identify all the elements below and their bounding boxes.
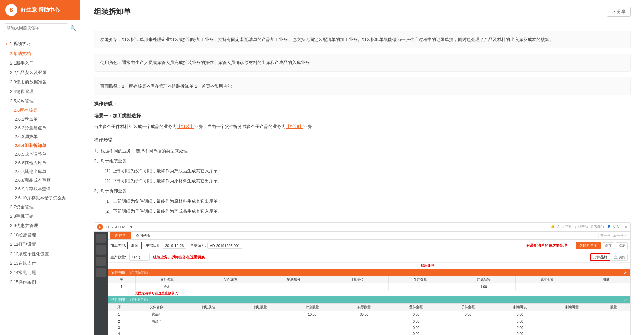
sidebar-item-finance[interactable]: 2.7资金管理 xyxy=(0,202,80,212)
sidebar-item-coupon[interactable]: 2.9优惠券管理 xyxy=(0,221,80,230)
mock-lower-label: 子件明细 xyxy=(111,297,126,302)
mock-apply-btn[interactable]: 立 实施 xyxy=(612,254,628,261)
sidebar-item-partial-stocktake[interactable]: 2.6.2分量盘点单 xyxy=(0,124,80,132)
sidebar-item-cases[interactable]: 2.15操作案例 xyxy=(0,277,80,287)
sidebar-item-ledger-query[interactable]: 2.6.9库存账本查询 xyxy=(0,185,80,193)
search-icon[interactable]: 🔍 xyxy=(70,25,76,31)
sidebar-item-customize[interactable]: 2.12系统个性化设置 xyxy=(0,249,80,259)
mock-ltd-ccost1: 0.00 xyxy=(442,311,494,318)
mock-select-bom-btn[interactable]: 选择料单▼ xyxy=(576,242,601,249)
annotation-switch: 组装业务、拆卸业务在这里切换 xyxy=(153,255,205,260)
sidebar-item-cost-recalc[interactable]: 2.6.8商品成本重算 xyxy=(0,176,80,185)
sidebar-item-other-out[interactable]: 2.6.7其他出库单 xyxy=(0,167,80,176)
sidebar-item-purchase[interactable]: 2.5采购管理 xyxy=(0,96,80,106)
mock-tab-list[interactable]: 查询列表 xyxy=(131,232,155,239)
mock-ltd-plan2 xyxy=(286,318,338,325)
operation-steps-title: 操作步骤： xyxy=(94,101,631,107)
sidebar-item-newcomer[interactable]: 2.1新手入门 xyxy=(0,59,80,68)
mock-expand-icon[interactable]: ⤢ xyxy=(624,270,627,275)
mock-ltd-rem14: 0.00 xyxy=(494,331,546,335)
sidebar-item-cost-adj[interactable]: 2.6.5成本调整单 xyxy=(0,150,80,159)
disassemble-link[interactable]: 【拆卸】 xyxy=(286,124,303,129)
mock-ltd-name3 xyxy=(130,325,182,331)
sidebar-item-data-prep[interactable]: 2.3使用前数据准备 xyxy=(0,77,80,87)
mock-cancel-btn[interactable]: 取消 xyxy=(616,242,628,249)
sidebar-item-assembly[interactable]: 2.6.4组装拆卸单 xyxy=(0,141,80,150)
table-row: 3 0.00 0.00 xyxy=(108,325,630,331)
mock-enable-input[interactable]: 指件品牌 xyxy=(590,253,610,261)
minus-icon: – xyxy=(5,51,8,56)
mock-upper-table-section: 父件明细 （产成品信息） ⤢ 序 父件名称 父件编码 xyxy=(108,269,630,290)
mock-enable-area: 指件品牌 立 实施 xyxy=(590,253,628,261)
mock-ltd-seq2: 2 xyxy=(108,318,130,325)
mock-date-input[interactable]: 2019-12-26 xyxy=(163,243,186,249)
mock-ltd-aux2 xyxy=(234,318,286,325)
mock-ltd-seq1: 1 xyxy=(108,311,130,318)
sidebar-item-transfer[interactable]: 2.6.3调拨单 xyxy=(0,132,80,141)
annotation-enable: 启用处理 xyxy=(421,264,434,267)
mock-td-cost xyxy=(515,283,579,290)
mock-nav-icon-1 xyxy=(96,234,106,243)
mock-dropdown-icon: ▼ xyxy=(129,225,133,229)
mock-icon-close: C.C xyxy=(613,225,619,229)
mock-ltd-attr1 xyxy=(182,311,234,318)
plus-icon: + xyxy=(5,41,8,46)
table-row: 1 关木 1.00 xyxy=(108,283,630,290)
step1-text: 1、根据不同的业务，选择不同单据的类型来处理 xyxy=(94,147,631,155)
sidebar-item-ops[interactable]: 2.10经营管理 xyxy=(0,230,80,240)
mock-close-icon: ✕ xyxy=(625,225,628,229)
logo-icon: 6 xyxy=(5,4,17,16)
sidebar-item-ledger-fix[interactable]: 2.6.10库存账本错了怎么办 xyxy=(0,193,80,202)
sidebar-item-mobile[interactable]: 2.8手机旺铺 xyxy=(0,212,80,221)
share-button[interactable]: ↗ 分享 xyxy=(607,7,631,17)
share-label: 分享 xyxy=(617,9,626,15)
mock-td-unit xyxy=(325,283,389,290)
mock-lth-qty: 数量 xyxy=(598,304,630,311)
mock-type-dropdown[interactable]: 组装 xyxy=(127,242,142,249)
mock-ltd-name1: 商品1 xyxy=(130,311,182,318)
sidebar-item-docs[interactable]: – 2.帮助文档 xyxy=(0,49,80,59)
mock-billno-input[interactable]: AD-20191226-001 xyxy=(207,243,242,249)
mock-save-btn[interactable]: 保存 xyxy=(603,242,614,249)
mock-billno-label: 单据编号: xyxy=(190,243,206,248)
mock-title: TEST-H002 xyxy=(106,225,125,229)
function-intro-block: 功能介绍：组装拆卸单用来处理企业组装或拆卸等加工业务，支持有固定装配清单的产品加… xyxy=(94,31,631,48)
annotation-bom: 有装配清单的在这里处理 xyxy=(526,243,567,248)
mock-td-attr xyxy=(262,283,325,290)
mock-nav-icon-3 xyxy=(96,257,106,266)
step3-1-text: （1）上部明细为父件明细，最终作为原材料生成其它出库单； xyxy=(94,197,631,206)
sidebar-item-inventory[interactable]: –2.6库存核算 xyxy=(0,106,80,115)
mock-th-avail: 可用量 xyxy=(579,276,630,283)
mock-lth-parent-cost: 父件金额 xyxy=(390,304,442,311)
sidebar-item-print[interactable]: 2.11打印设置 xyxy=(0,240,80,249)
mock-lth-aux-qty: 辅助数量 xyxy=(234,304,286,311)
sidebar-item-online-pay[interactable]: 2.13在线支付 xyxy=(0,259,80,268)
sidebar-item-other-in[interactable]: 2.6.6其他入库单 xyxy=(0,159,80,167)
mock-ltd-rem2 xyxy=(546,311,598,318)
mock-bom-area: 有装配清单的在这里处理 → 选择料单▼ 保存 取消 xyxy=(526,242,628,249)
path-intro-text: 页面路径：1、库存核算->库存管理->组装拆卸单 2、首页->常用功能 xyxy=(100,83,232,89)
step2-text: 2、对于组装业务 xyxy=(94,157,631,165)
mock-th-prod-qty: 生产数量 xyxy=(389,276,452,283)
mock-th-seq: 序 xyxy=(108,276,136,283)
sidebar-item-install[interactable]: 2.2产品安装及登录 xyxy=(0,68,80,77)
sidebar-item-video[interactable]: + 1.视频学习 xyxy=(0,39,80,49)
mock-th-parent-code: 父件编码 xyxy=(199,276,262,283)
mock-td-code xyxy=(199,283,262,290)
sidebar-item-faq[interactable]: 2.14常见问题 xyxy=(0,268,80,277)
mock-tab-new[interactable]: 新建单 xyxy=(110,232,131,239)
search-input[interactable] xyxy=(4,23,68,32)
sidebar-item-stocktake[interactable]: 2.6.1盘点单 xyxy=(0,115,80,124)
mock-lower-table: 序 父件名称 辅助属性 辅助数量 计划数量 实际数量 父件金额 子件金额 剩余可 xyxy=(108,303,630,335)
mock-ltd-seq3: 3 xyxy=(108,325,130,331)
sidebar-item-sales[interactable]: 2.4销售管理 xyxy=(0,87,80,96)
step2-2-text: （2）下部明细为子件明细，最终作为原材料生成其它出库单。 xyxy=(94,177,631,185)
mock-tab-nav: 〈 前一张 后一张 〉 xyxy=(596,233,628,238)
mock-ltd-rem13: 0.00 xyxy=(494,325,546,331)
mock-nav-icon-4 xyxy=(96,268,106,277)
mock-quantity-input[interactable]: 1(个) xyxy=(129,254,150,261)
mock-ltd-attr2 xyxy=(182,318,234,325)
assemble-link[interactable]: 【组装】 xyxy=(177,124,194,129)
mock-lower-expand-icon[interactable]: ⤢ xyxy=(624,298,627,302)
mock-ltd-pcost3: 0.00 xyxy=(390,325,442,331)
